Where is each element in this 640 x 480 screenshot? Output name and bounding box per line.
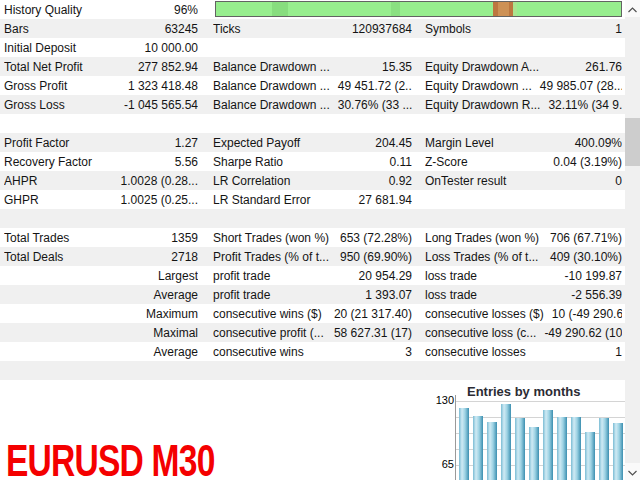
stat-value: 277 852.94	[138, 60, 198, 74]
table-cell: Expected Payoff204.45	[213, 133, 412, 152]
table-cell: Average	[4, 342, 198, 361]
chart-bar	[571, 417, 581, 480]
stat-value: Maximum	[146, 307, 198, 321]
scroll-up-button[interactable]	[625, 0, 640, 17]
table-cell: Average	[4, 285, 198, 304]
watermark-text: EURUSD M30	[6, 436, 215, 480]
stat-label: Total Deals	[4, 250, 63, 264]
table-cell	[425, 38, 622, 57]
stat-label: LR Standard Error	[213, 193, 310, 207]
table-cell: profit trade1 393.07	[213, 285, 412, 304]
table-row: Averageprofit trade1 393.07loss trade-2 …	[0, 285, 625, 304]
stat-label: Margin Level	[425, 136, 494, 150]
table-row: AHPR1.0028 (0.28...LR Correlation0.92OnT…	[0, 171, 625, 190]
stat-value: 96%	[174, 3, 198, 17]
y-axis-tick-65: 65	[428, 458, 454, 470]
table-cell: Total Net Profit277 852.94	[4, 57, 198, 76]
table-cell: GHPR1.0025 (0.25...	[4, 190, 198, 209]
stat-label: Balance Drawdown ...	[213, 79, 330, 93]
table-cell: History Quality96%	[4, 0, 198, 19]
table-cell	[213, 38, 412, 57]
table-row: Gross Loss-1 045 565.54Balance Drawdown …	[0, 95, 625, 114]
stat-label: Gross Profit	[4, 79, 67, 93]
table-cell: Short Trades (won %)653 (72.28%)	[213, 228, 412, 247]
table-row	[0, 114, 625, 133]
table-cell: Maximum	[4, 304, 198, 323]
stat-label: loss trade	[425, 269, 477, 283]
chart-title: Entries by months	[467, 384, 580, 399]
stat-value: 2718	[171, 250, 198, 264]
chart-bar	[501, 404, 511, 480]
table-row: Total Trades1359Short Trades (won %)653 …	[0, 228, 625, 247]
scroll-down-button[interactable]	[625, 463, 640, 480]
quality-bar-segment	[513, 2, 517, 16]
chart-bar	[459, 408, 469, 480]
table-row	[0, 361, 625, 380]
table-cell: consecutive losses ($)10 (-49 290.62)	[425, 304, 622, 323]
y-axis-line	[455, 395, 456, 480]
stat-label: Initial Deposit	[4, 41, 76, 55]
chart-bar	[557, 417, 567, 480]
stat-value: 1 393.07	[365, 288, 412, 302]
table-cell: consecutive profit (...58 627.31 (17)	[213, 323, 412, 342]
stat-value: -2 556.39	[571, 288, 622, 302]
table-cell: AHPR1.0028 (0.28...	[4, 171, 198, 190]
stat-label: Equity Drawdown A...	[425, 60, 539, 74]
stat-value: 32.11% (34 9...	[548, 98, 622, 112]
table-cell: Sharpe Ratio0.11	[213, 152, 412, 171]
table-cell: Total Trades1359	[4, 228, 198, 247]
table-row: Recovery Factor5.56Sharpe Ratio0.11Z-Sco…	[0, 152, 625, 171]
table-cell: loss trade-10 199.87	[425, 266, 622, 285]
table-cell	[213, 209, 412, 228]
chevron-down-icon	[628, 465, 637, 479]
stat-value: 653 (72.28%)	[340, 231, 412, 245]
scrollbar[interactable]	[625, 0, 640, 480]
table-row: Initial Deposit10 000.00	[0, 38, 625, 57]
stat-value: 3	[405, 345, 412, 359]
table-cell: Ticks120937684	[213, 19, 412, 38]
stats-table: History Quality96%Bars63245Ticks12093768…	[0, 0, 625, 380]
table-cell: Initial Deposit10 000.00	[4, 38, 198, 57]
table-cell: Recovery Factor5.56	[4, 152, 198, 171]
stat-value: 0.11	[390, 155, 412, 169]
table-cell: Profit Factor1.27	[4, 133, 198, 152]
stat-value: 20 954.29	[359, 269, 412, 283]
stat-value: 63245	[165, 22, 198, 36]
table-cell: Bars63245	[4, 19, 198, 38]
stat-value: Maximal	[153, 326, 198, 340]
gridline	[456, 401, 625, 402]
scrollbar-thumb[interactable]	[625, 118, 640, 166]
stat-value: 49 451.72 (2...	[338, 79, 412, 93]
table-cell: Maximal	[4, 323, 198, 342]
chart-bar	[487, 422, 497, 480]
table-row	[0, 209, 625, 228]
stat-value: 400.09%	[575, 136, 622, 150]
chart-bar	[585, 432, 595, 480]
table-cell: Balance Drawdown ...49 451.72 (2...	[213, 76, 412, 95]
stat-label: Long Trades (won %)	[425, 231, 539, 245]
chart-bar	[613, 423, 623, 480]
stat-label: Total Net Profit	[4, 60, 83, 74]
stat-label: consecutive profit (...	[213, 326, 324, 340]
table-row: Bars63245Ticks120937684Symbols1	[0, 19, 625, 38]
stat-value: 27 681.94	[359, 193, 412, 207]
chart-bar	[599, 418, 609, 480]
stat-label: profit trade	[213, 269, 270, 283]
table-cell	[425, 114, 622, 133]
table-cell	[4, 114, 198, 133]
stat-label: Profit Factor	[4, 136, 69, 150]
stat-value: 1.0025 (0.25...	[121, 193, 198, 207]
stat-label: profit trade	[213, 288, 270, 302]
stat-value: 20 (21 317.40)	[334, 307, 412, 321]
stat-value: 5.56	[175, 155, 198, 169]
table-cell: consecutive wins3	[213, 342, 412, 361]
stat-value: 1.27	[175, 136, 198, 150]
stat-value: 10 (-49 290.62)	[552, 307, 622, 321]
stat-label: consecutive loss (c...	[425, 326, 536, 340]
stat-value: 0.04 (3.19%)	[553, 155, 622, 169]
stat-value: 409 (30.10%)	[550, 250, 622, 264]
y-axis-tick-130: 130	[428, 394, 454, 406]
stat-label: History Quality	[4, 3, 82, 17]
stat-value: 1	[615, 345, 622, 359]
stat-label: AHPR	[4, 174, 37, 188]
